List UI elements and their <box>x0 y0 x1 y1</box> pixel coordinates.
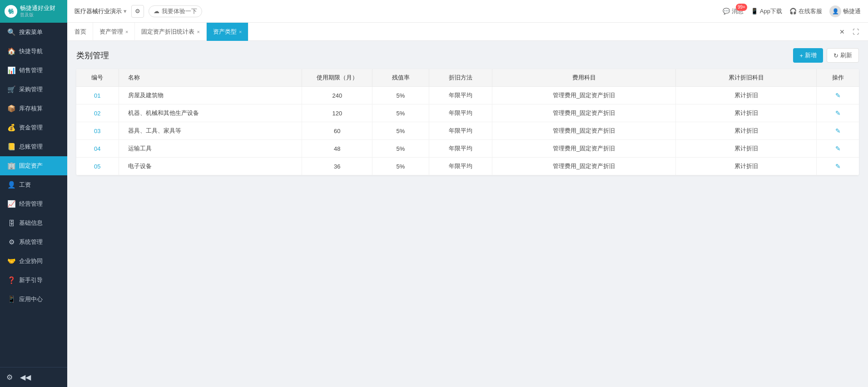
sidebar-item-label-inventory: 库存核算 <box>19 104 43 113</box>
cell-id[interactable]: 04 <box>76 140 119 158</box>
sidebar-item-fixed[interactable]: 🏢 固定资产 <box>0 156 67 175</box>
company-dropdown-icon: ▾ <box>124 8 127 15</box>
user-btn[interactable]: 👤 畅捷通 <box>829 5 861 17</box>
tab-depreciation-stats[interactable]: 固定资产折旧统计表 × <box>135 23 206 41</box>
sidebar-header: 畅 畅捷通好业财 普及版 <box>0 0 67 23</box>
tab-depreciation-stats-close[interactable]: × <box>197 29 199 35</box>
cloud-icon: ☁ <box>154 8 159 15</box>
sidebar-item-appstore[interactable]: 📱 应用中心 <box>0 290 67 309</box>
col-header-op: 操作 <box>817 69 859 87</box>
quicknav-icon: 🏠 <box>7 47 15 55</box>
app-name-block: 畅捷通好业财 普及版 <box>20 5 55 19</box>
cell-rate: 5% <box>372 140 429 158</box>
topbar: 医疗器械行业演示 ▾ ⚙ ☁ 我要体验一下 💬 消息 99 📱 App下载 🎧 … <box>67 0 868 23</box>
page-title: 类别管理 <box>76 50 109 61</box>
collapse-icon[interactable]: ◀◀ <box>18 371 33 383</box>
app-download-btn[interactable]: 📱 App下载 <box>751 7 782 15</box>
cell-name: 器具、工具、家具等 <box>119 122 302 140</box>
cell-id[interactable]: 02 <box>76 104 119 122</box>
cell-op: ✎ <box>817 122 859 140</box>
cell-expense: 管理费用_固定资产折旧 <box>492 140 676 158</box>
sidebar-item-salary[interactable]: 👤 工资 <box>0 175 67 194</box>
tab-asset-management[interactable]: 资产管理 × <box>93 23 135 41</box>
sales-icon: 📊 <box>7 66 15 74</box>
appstore-icon: 📱 <box>7 295 15 303</box>
messages-badge: 99 <box>736 4 747 11</box>
sidebar-nav: 🔍 搜索菜单 🏠 快捷导航 📊 销售管理 🛒 采购管理 📦 库存核算 💰 资金管… <box>0 23 67 367</box>
tab-depreciation-stats-label: 固定资产折旧统计表 <box>141 28 194 36</box>
cell-method: 年限平均 <box>429 122 492 140</box>
cell-rate: 5% <box>372 122 429 140</box>
edit-icon[interactable]: ✎ <box>835 109 841 117</box>
cell-op: ✎ <box>817 140 859 158</box>
table-row: 04 运输工具 48 5% 年限平均 管理费用_固定资产折旧 累计折旧 ✎ <box>76 140 859 158</box>
sidebar-item-label-basicinfo: 基础信息 <box>19 219 43 227</box>
system-icon: ⚙ <box>7 238 15 246</box>
sidebar-item-label-ledger: 总账管理 <box>19 143 43 151</box>
sidebar-item-sales[interactable]: 📊 销售管理 <box>0 61 67 80</box>
tab-home[interactable]: 首页 <box>74 23 93 41</box>
topbar-settings-btn[interactable]: ⚙ <box>131 5 144 18</box>
table-row: 03 器具、工具、家具等 60 5% 年限平均 管理费用_固定资产折旧 累计折旧… <box>76 122 859 140</box>
settings-footer-icon[interactable]: ⚙ <box>5 371 15 383</box>
main-area: 医疗器械行业演示 ▾ ⚙ ☁ 我要体验一下 💬 消息 99 📱 App下载 🎧 … <box>67 0 868 387</box>
tab-asset-type-label: 资产类型 <box>213 28 237 36</box>
tab-asset-management-close[interactable]: × <box>125 29 128 35</box>
plus-icon: + <box>799 52 803 59</box>
edit-icon[interactable]: ✎ <box>835 145 841 152</box>
cell-expense: 管理费用_固定资产折旧 <box>492 104 676 122</box>
sidebar-item-enterprise[interactable]: 🤝 企业协同 <box>0 252 67 271</box>
cell-method: 年限平均 <box>429 87 492 104</box>
edit-icon[interactable]: ✎ <box>835 92 841 99</box>
cell-id[interactable]: 01 <box>76 87 119 104</box>
page-header: 类别管理 + 新增 ↻ 刷新 <box>76 48 859 63</box>
col-header-rate: 残值率 <box>372 69 429 87</box>
edit-icon[interactable]: ✎ <box>835 127 841 134</box>
cell-id[interactable]: 05 <box>76 158 119 175</box>
capital-icon: 💰 <box>7 124 15 132</box>
experience-btn[interactable]: ☁ 我要体验一下 <box>149 5 202 17</box>
tab-close-btn[interactable]: ✕ <box>837 27 847 37</box>
refresh-button[interactable]: ↻ 刷新 <box>827 48 859 63</box>
fixed-icon: 🏢 <box>7 162 15 170</box>
cell-period: 240 <box>302 87 372 104</box>
cell-accum: 累计折旧 <box>675 158 816 175</box>
sidebar-item-ledger[interactable]: 📒 总账管理 <box>0 137 67 156</box>
tabs-right-controls: ✕ ⛶ <box>837 27 861 37</box>
sidebar-item-system[interactable]: ⚙ 系统管理 <box>0 233 67 252</box>
sidebar-item-operations[interactable]: 📈 经营管理 <box>0 194 67 213</box>
sidebar-item-purchase[interactable]: 🛒 采购管理 <box>0 80 67 99</box>
refresh-button-label: 刷新 <box>840 51 852 60</box>
sidebar-item-label-search: 搜索菜单 <box>19 28 43 36</box>
tab-home-label: 首页 <box>74 28 86 36</box>
col-header-expense: 费用科目 <box>492 69 676 87</box>
app-edition: 普及版 <box>20 12 55 18</box>
tab-asset-type[interactable]: 资产类型 × <box>207 23 248 41</box>
user-label: 畅捷通 <box>843 7 861 15</box>
sidebar-item-label-appstore: 应用中心 <box>19 295 43 303</box>
online-service-btn[interactable]: 🎧 在线客服 <box>789 7 822 15</box>
online-service-label: 在线客服 <box>799 7 822 15</box>
tab-expand-btn[interactable]: ⛶ <box>851 27 861 37</box>
sidebar-item-capital[interactable]: 💰 资金管理 <box>0 118 67 137</box>
inventory-icon: 📦 <box>7 104 15 113</box>
messages-btn[interactable]: 💬 消息 99 <box>723 7 744 15</box>
sidebar-item-inventory[interactable]: 📦 库存核算 <box>0 99 67 118</box>
sidebar-item-label-salary: 工资 <box>19 181 31 189</box>
app-logo: 畅 <box>5 5 17 18</box>
cell-rate: 5% <box>372 87 429 104</box>
new-button[interactable]: + 新增 <box>793 48 823 63</box>
sidebar-item-search[interactable]: 🔍 搜索菜单 <box>0 23 67 42</box>
sidebar-item-basicinfo[interactable]: 🗄 基础信息 <box>0 213 67 233</box>
edit-icon[interactable]: ✎ <box>835 163 841 170</box>
cell-id[interactable]: 03 <box>76 122 119 140</box>
sidebar-item-guide[interactable]: ❓ 新手引导 <box>0 271 67 290</box>
cell-method: 年限平均 <box>429 104 492 122</box>
cell-op: ✎ <box>817 87 859 104</box>
sidebar-item-quicknav[interactable]: 🏠 快捷导航 <box>0 42 67 61</box>
col-header-method: 折旧方法 <box>429 69 492 87</box>
tab-asset-type-close[interactable]: × <box>239 29 242 35</box>
company-selector[interactable]: 医疗器械行业演示 ▾ <box>74 7 127 15</box>
cell-accum: 累计折旧 <box>675 104 816 122</box>
experience-label: 我要体验一下 <box>162 7 197 15</box>
